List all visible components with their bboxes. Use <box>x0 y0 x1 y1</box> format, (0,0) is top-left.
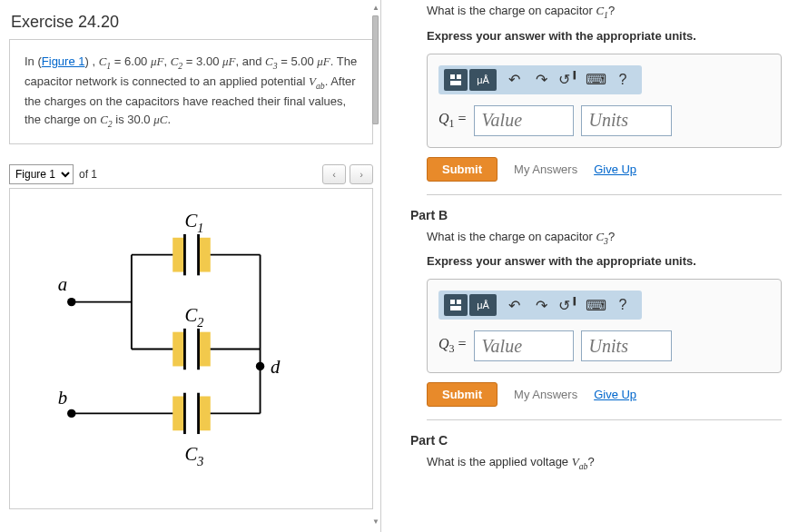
svg-text:d: d <box>270 356 280 377</box>
problem-statement: In (Figure 1) , C1 = 6.00 μF, C2 = 3.00 … <box>9 39 373 144</box>
submit-button[interactable]: Submit <box>427 157 498 182</box>
part-a-answer-box: μÅ ↶ ↷ ↺╹ ⌨︎ ? Q1 = <box>427 54 782 148</box>
submit-row: Submit My Answers Give Up <box>427 157 782 182</box>
svg-rect-32 <box>450 81 461 85</box>
figure-nav-bar: Figure 1 of 1 ‹ › <box>9 164 373 184</box>
text: = <box>182 54 196 68</box>
right-panel: What is the charge on capacitor C1? Expr… <box>381 0 798 532</box>
my-answers-link[interactable]: My Answers <box>514 163 577 176</box>
text: . <box>167 113 171 126</box>
text: ) , <box>85 54 99 68</box>
val: 6.00 <box>124 54 147 68</box>
answer-variable: Q3 = <box>438 336 467 356</box>
svg-text:b: b <box>57 387 66 408</box>
part-c: Part C What is the applied voltage Vab? <box>427 433 782 493</box>
svg-rect-33 <box>450 300 455 304</box>
submit-button[interactable]: Submit <box>427 382 498 407</box>
part-b: Part B What is the charge on capacitor C… <box>427 208 782 421</box>
text: = <box>278 54 291 68</box>
units-input[interactable] <box>581 105 672 136</box>
figure-link[interactable]: Figure 1 <box>42 54 85 68</box>
templates-icon[interactable] <box>444 69 468 91</box>
help-icon[interactable]: ? <box>609 68 636 92</box>
svg-rect-10 <box>198 237 210 271</box>
answer-row: Q1 = <box>438 105 770 136</box>
left-panel: ▲ ▼ Exercise 24.20 In (Figure 1) , C1 = … <box>0 0 381 532</box>
redo-icon[interactable]: ↷ <box>527 68 555 92</box>
give-up-link[interactable]: Give Up <box>594 163 636 176</box>
var-c1: C1 <box>99 54 112 68</box>
unit: μC <box>153 113 167 126</box>
unit: μF <box>151 54 163 68</box>
svg-rect-17 <box>172 396 184 430</box>
val: 5.00 <box>291 54 313 68</box>
units-icon[interactable]: μÅ <box>469 69 497 91</box>
reset-icon[interactable]: ↺╹ <box>555 68 582 92</box>
undo-icon[interactable]: ↶ <box>500 68 527 92</box>
svg-point-23 <box>255 361 263 369</box>
part-b-answer-box: μÅ ↶ ↷ ↺╹ ⌨︎ ? Q3 = <box>427 279 782 373</box>
val: 3.00 <box>196 54 219 68</box>
keyboard-icon[interactable]: ⌨︎ <box>582 293 609 317</box>
svg-rect-31 <box>457 74 461 79</box>
formula-toolbar: μÅ ↶ ↷ ↺╹ ⌨︎ ? <box>438 291 642 320</box>
figure-count: of 1 <box>79 168 97 181</box>
part-b-title: Part B <box>410 208 782 222</box>
part-c-question: What is the applied voltage Vab? <box>427 455 782 471</box>
templates-icon[interactable] <box>444 294 468 316</box>
text: , and <box>235 54 265 68</box>
part-a-question: What is the charge on capacitor C1? <box>427 4 782 20</box>
figure-next-button[interactable]: › <box>350 164 373 184</box>
exercise-title: Exercise 24.20 <box>9 9 373 39</box>
keyboard-icon[interactable]: ⌨︎ <box>582 68 609 92</box>
value-input[interactable] <box>474 330 574 361</box>
svg-point-21 <box>67 297 75 305</box>
help-icon[interactable]: ? <box>609 293 636 317</box>
svg-rect-9 <box>172 237 184 271</box>
answer-row: Q3 = <box>438 330 770 361</box>
svg-rect-13 <box>172 331 184 366</box>
scroll-up-icon[interactable]: ▲ <box>372 5 379 14</box>
scroll-thumb[interactable] <box>372 15 379 124</box>
var-c2b: C2 <box>100 113 113 126</box>
svg-rect-14 <box>198 331 210 366</box>
text: In ( <box>25 54 42 68</box>
circuit-diagram: C1 C2 C3 a b d <box>37 203 346 495</box>
svg-text:C1: C1 <box>184 210 203 235</box>
submit-row: Submit My Answers Give Up <box>427 382 782 407</box>
svg-point-22 <box>67 409 75 417</box>
figure-select[interactable]: Figure 1 <box>9 164 74 184</box>
value-input[interactable] <box>474 105 574 136</box>
unit: μF <box>317 54 330 68</box>
text: , <box>163 54 170 68</box>
units-input[interactable] <box>581 330 672 361</box>
my-answers-link[interactable]: My Answers <box>514 388 577 401</box>
scrollbar[interactable]: ▲ ▼ <box>372 5 379 527</box>
scroll-down-icon[interactable]: ▼ <box>372 518 379 527</box>
figure-frame: C1 C2 C3 a b d <box>9 188 373 509</box>
text: = <box>111 54 124 68</box>
svg-rect-34 <box>457 300 461 304</box>
formula-toolbar: μÅ ↶ ↷ ↺╹ ⌨︎ ? <box>438 65 642 94</box>
unit: μF <box>222 54 235 68</box>
part-b-instruction: Express your answer with the appropriate… <box>427 254 782 268</box>
answer-variable: Q1 = <box>438 111 467 131</box>
undo-icon[interactable]: ↶ <box>500 293 527 317</box>
var-vab: Vab <box>309 74 325 88</box>
part-a-instruction: Express your answer with the appropriate… <box>427 29 782 43</box>
units-icon[interactable]: μÅ <box>469 294 497 316</box>
svg-text:a: a <box>57 273 66 294</box>
var-c3: C3 <box>265 54 278 68</box>
figure-prev-button[interactable]: ‹ <box>322 164 346 184</box>
give-up-link[interactable]: Give Up <box>594 388 636 401</box>
redo-icon[interactable]: ↷ <box>527 293 555 317</box>
text: is 30.0 <box>113 113 154 126</box>
svg-text:C3: C3 <box>184 443 203 468</box>
svg-text:C2: C2 <box>184 304 203 330</box>
part-c-title: Part C <box>410 433 782 448</box>
var-c2: C2 <box>171 54 183 68</box>
part-a: What is the charge on capacitor C1? Expr… <box>427 4 782 195</box>
part-b-question: What is the charge on capacitor C3? <box>427 230 782 246</box>
reset-icon[interactable]: ↺╹ <box>555 293 582 317</box>
svg-rect-30 <box>450 74 455 79</box>
